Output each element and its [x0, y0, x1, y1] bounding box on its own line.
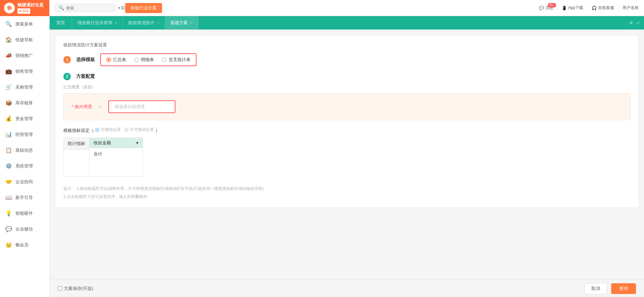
- sidebar-item-purchase[interactable]: 🛒 采购管理: [0, 79, 49, 95]
- topbar-search-box[interactable]: 🔍: [55, 4, 115, 12]
- radio-detail[interactable]: 明细表: [134, 57, 154, 63]
- sidebar-label-wechat: 企业微信: [15, 226, 33, 232]
- cancel-button[interactable]: 取消: [584, 283, 607, 294]
- app-download-button[interactable]: 📱 App下载: [562, 5, 583, 11]
- message-icon: 💬: [539, 6, 544, 10]
- step1-label: 选择模板: [76, 57, 95, 63]
- sales-icon: 💼: [5, 68, 12, 75]
- tab-new-plan[interactable]: 新建方案 ×: [165, 16, 198, 30]
- tab-close-icon[interactable]: ✕: [629, 20, 633, 26]
- tab-expand-icon[interactable]: ⤢: [636, 20, 640, 26]
- collab-icon: 🤝: [5, 179, 12, 185]
- query-button[interactable]: 查询: [611, 283, 636, 294]
- page-title: 收款情况统计方案设置: [63, 42, 630, 48]
- sidebar-logo: 畅 畅捷通好生意 标准版: [0, 0, 49, 16]
- sidebar-label-hardware: 智能硬件: [15, 210, 33, 216]
- save-plan-checkbox[interactable]: [58, 286, 62, 291]
- tab-newplan-close[interactable]: ×: [191, 21, 193, 25]
- dimension-select[interactable]: 请选择分组维度: [108, 100, 175, 113]
- metrics-category: 统计指标: [63, 138, 89, 177]
- operation-icon: 📊: [5, 131, 12, 138]
- sidebar-item-quicknav[interactable]: 🏠 快捷导航: [0, 32, 49, 48]
- config-section: 汇总维度（必选） * 纵向维度 → 请选择分组维度 模板指标设定（ 可拖动位置: [63, 84, 630, 201]
- settings-card: 收款情况统计方案设置 1 选择模板 汇总表 明细表 交叉统计表: [55, 35, 639, 208]
- marketing-icon: 📣: [5, 52, 12, 59]
- logo-badge: 标准版: [17, 8, 30, 14]
- try-industry-button[interactable]: 体验行业方案: [125, 3, 162, 13]
- message-button[interactable]: 💬 消息 99+: [539, 5, 553, 11]
- dimension-field-label: * 纵向维度: [72, 104, 92, 110]
- divider3: [618, 5, 619, 11]
- tab-cashflow-close[interactable]: ×: [115, 21, 117, 25]
- step2-row: 2 方案配置: [63, 73, 630, 80]
- metrics-label-text: 模板指标设定（ 可拖动位置 不可拖动位置 ）: [63, 127, 160, 134]
- download-icon: 📱: [562, 6, 567, 10]
- tab-home[interactable]: 首页: [50, 16, 72, 30]
- logo-icon: 畅: [4, 3, 15, 13]
- draggable-dot: [95, 128, 99, 132]
- divider: [557, 5, 558, 11]
- sidebar-item-collab[interactable]: 🤝 企业协同: [0, 174, 49, 190]
- tab-cashflow[interactable]: 现金银行流水查询 ×: [72, 16, 123, 30]
- sidebar-item-marketing[interactable]: 📣 营销推广: [0, 48, 49, 63]
- radio-detail-label: 明细表: [141, 57, 154, 63]
- step1-row: 1 选择模板 汇总表 明细表 交叉统计表: [63, 53, 630, 66]
- sidebar-item-guide[interactable]: 📖 新手引导: [0, 190, 49, 205]
- gear-icon[interactable]: ⚙: [120, 5, 125, 11]
- metrics-col-header[interactable]: 收款金额 ▾: [90, 138, 143, 148]
- divider2: [587, 5, 588, 11]
- metrics-hint1: 可拖动位置: [95, 127, 121, 133]
- topbar: 🔍 ▾ ⚙ 体验行业方案 💬 消息 99+ 📱 App下载 🎧 在线客服 用户名…: [50, 0, 644, 16]
- inventory-icon: 📦: [5, 100, 12, 106]
- tab-receipts[interactable]: 收款情况统计 ×: [123, 16, 165, 30]
- sidebar-label-marketing: 营销推广: [15, 53, 33, 59]
- step2-label: 方案配置: [76, 73, 95, 80]
- metrics-grid: 收款金额 ▾ 合计: [89, 138, 143, 177]
- save-plan-label: 方案保存(可选): [64, 286, 93, 292]
- tips-section: 提示： 1.拖动标题栏可以调整布局，不可跨维度或指标区域拖动栏目字段(只能在同一…: [63, 185, 630, 201]
- home-icon: 🏠: [5, 37, 12, 43]
- metrics-label-row: 模板指标设定（ 可拖动位置 不可拖动位置 ）: [63, 127, 630, 134]
- main-content: 收款情况统计方案设置 1 选择模板 汇总表 明细表 交叉统计表: [50, 30, 644, 280]
- sidebar-label-operation: 经营管理: [15, 132, 33, 138]
- sidebar-item-member[interactable]: 👑 畅会员: [0, 237, 49, 253]
- search-icon: 🔍: [5, 21, 12, 27]
- sidebar-item-operation[interactable]: 📊 经营管理: [0, 127, 49, 142]
- sidebar-item-sales[interactable]: 💼 销售管理: [0, 63, 49, 79]
- template-options: 汇总表 明细表 交叉统计表: [100, 53, 197, 66]
- metrics-hint2: 不可拖动位置: [124, 127, 154, 133]
- sidebar-label-purchase: 采购管理: [15, 84, 33, 90]
- sidebar-item-system[interactable]: ⚙️ 系统管理: [0, 158, 49, 174]
- radio-summary-label: 汇总表: [113, 57, 126, 63]
- basic-icon: 📋: [5, 147, 12, 153]
- sidebar-label-inventory: 库存核算: [15, 100, 33, 106]
- tip-2: 2.点击标题栏下拉可设置排序、插入列和删除列: [63, 193, 630, 201]
- radio-cross[interactable]: 交叉统计表: [162, 57, 191, 63]
- member-icon: 👑: [5, 242, 12, 248]
- finance-icon: 💰: [5, 115, 12, 122]
- save-plan-checkbox-label[interactable]: 方案保存(可选): [58, 286, 93, 292]
- sidebar-item-search[interactable]: 🔍 搜索菜单: [0, 16, 49, 32]
- sidebar-item-basic[interactable]: 📋 基础信息: [0, 142, 49, 158]
- online-service-button[interactable]: 🎧 在线客服: [592, 5, 614, 11]
- user-info[interactable]: 用户名称: [623, 5, 639, 11]
- radio-summary[interactable]: 汇总表: [106, 57, 126, 63]
- radio-dot-detail: [134, 57, 139, 62]
- step1-badge: 1: [63, 56, 71, 63]
- sidebar-item-wechat[interactable]: 💬 企业微信: [0, 221, 49, 237]
- sidebar-label-finance: 资金管理: [15, 116, 33, 122]
- tab-receipts-close[interactable]: ×: [157, 21, 159, 25]
- sidebar-item-hardware[interactable]: 💡 智能硬件: [0, 205, 49, 221]
- logo-text: 畅捷通好生意: [17, 2, 44, 8]
- system-icon: ⚙️: [5, 163, 12, 169]
- sidebar-label-system: 系统管理: [15, 163, 33, 169]
- topbar-dropdown-icon[interactable]: ▾: [118, 5, 120, 10]
- sidebar: 畅 畅捷通好生意 标准版 🔍 搜索菜单 🏠 快捷导航 📣 营销推广 💼 销售管理…: [0, 0, 50, 297]
- search-input[interactable]: [66, 6, 106, 10]
- nav-tabs: 首页 现金银行流水查询 × 收款情况统计 × 新建方案 × ✕ ⤢: [50, 16, 644, 30]
- sidebar-label-sales: 销售管理: [15, 68, 33, 75]
- metrics-section: 模板指标设定（ 可拖动位置 不可拖动位置 ）: [63, 127, 630, 201]
- dropdown-icon[interactable]: ▾: [136, 140, 139, 145]
- sidebar-item-inventory[interactable]: 📦 库存核算: [0, 95, 49, 111]
- sidebar-item-finance[interactable]: 💰 资金管理: [0, 111, 49, 127]
